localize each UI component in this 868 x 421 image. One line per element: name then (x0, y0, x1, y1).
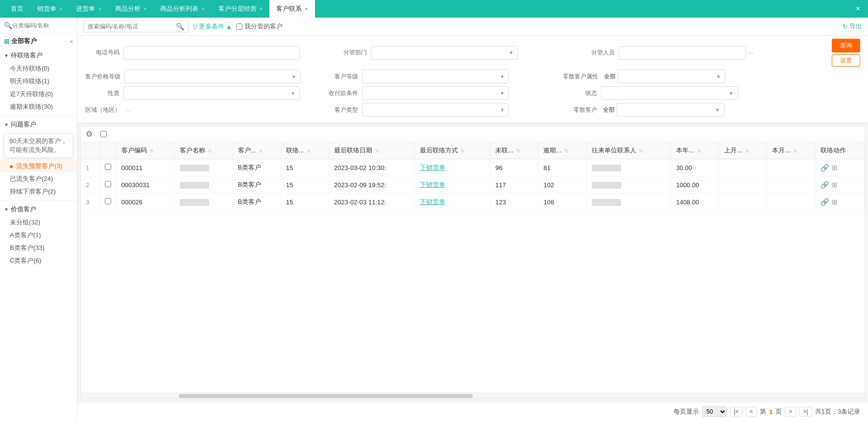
my-customers-checkbox[interactable] (236, 24, 242, 30)
region-dots-button[interactable]: ··· (126, 106, 132, 114)
tab-analysis[interactable]: 商品分析 × (108, 0, 153, 18)
th-code[interactable]: 客户编码 ⇅ (116, 142, 174, 159)
tab-sales[interactable]: 销货单 × (30, 0, 69, 18)
contact-way-link[interactable]: 下销货单 (420, 164, 445, 171)
last-page-button[interactable]: >| (799, 407, 812, 417)
sidebar-divider-2 (0, 200, 77, 200)
th-this-year[interactable]: 本年... ⇅ (671, 142, 719, 159)
more-conditions-button[interactable]: ▽ 更多条件 ▲ (193, 22, 232, 31)
select-all-checkbox[interactable] (100, 131, 107, 137)
action-grid-icon[interactable]: ⊞ (832, 164, 838, 172)
action-grid-icon[interactable]: ⊞ (832, 198, 838, 206)
search-input[interactable] (88, 23, 176, 30)
export-button[interactable]: ↻ 导出 (843, 22, 862, 31)
sidebar-item-declining[interactable]: 持续下滑客户(2) (0, 185, 77, 198)
arrow-down-icon-3: ▼ (4, 207, 9, 212)
sidebar-item-class-c[interactable]: C类客户(6) (0, 254, 77, 267)
scattered-select[interactable]: ▼ (617, 103, 724, 117)
customer-type-select[interactable]: ▼ (362, 103, 509, 117)
next-page-button[interactable]: > (785, 407, 796, 417)
table-gear-button[interactable]: ⚙ (86, 129, 93, 139)
payment-select[interactable]: ▼ (362, 86, 509, 100)
nature-select[interactable]: ▼ (123, 86, 300, 100)
close-window-button[interactable]: × (852, 4, 864, 13)
th-type[interactable]: 客户... ⇅ (233, 142, 281, 159)
sidebar-group-problem[interactable]: ▼ 问题客户 (0, 118, 77, 131)
table-container[interactable]: 客户编码 ⇅ 客户名称 ⇅ 客户... ⇅ (81, 142, 865, 393)
sidebar-item-tomorrow-pending[interactable]: 明天待联络(1) (0, 75, 77, 88)
status-select[interactable]: ▼ (601, 86, 738, 100)
export-icon: ↻ (843, 23, 848, 30)
action-grid-icon[interactable]: ⊞ (832, 181, 838, 189)
prev-page-button[interactable]: < (746, 407, 757, 417)
query-button[interactable]: 查询 (832, 39, 860, 52)
th-overdue[interactable]: 逾期... ⇅ (538, 142, 586, 159)
action-link-icon[interactable]: 🔗 (820, 181, 829, 189)
close-tab-analysis-list[interactable]: × (201, 6, 204, 12)
scrollbar-thumb[interactable] (179, 394, 473, 398)
filter-field-status: 状态 ▼ (563, 86, 801, 100)
close-tab-analysis[interactable]: × (144, 6, 146, 12)
th-unit-contact[interactable]: 往来单位联系人 ⇅ (586, 142, 671, 159)
sidebar-item-ungrouped[interactable]: 未分组(32) (0, 216, 77, 229)
scattered-attr-select[interactable]: ▼ (618, 70, 725, 83)
filter-actions: 查询 设置 (832, 39, 860, 67)
sidebar-group-pending[interactable]: ▼ 待联络客户 (0, 49, 77, 62)
search-wrap: 🔍 (83, 21, 189, 32)
sidebar-root-title[interactable]: ⊞ 全部客户 « (0, 34, 77, 49)
th-last-month[interactable]: 上月... ⇅ (719, 142, 767, 159)
tab-analysis-list[interactable]: 商品分析列表 × (153, 0, 211, 18)
tab-customer-layer[interactable]: 客户分层经营 × (212, 0, 269, 18)
contact-way-link[interactable]: 下销货单 (420, 198, 445, 205)
th-last-contact-date[interactable]: 最后联络日期 ⇅ (329, 142, 414, 159)
sidebar-item-class-b[interactable]: B类客户(33) (0, 242, 77, 254)
action-link-icon[interactable]: 🔗 (820, 198, 829, 206)
sidebar-item-churn-warning[interactable]: 流失预警客户(3) (0, 160, 77, 173)
sidebar-item-overdue-pending[interactable]: 逾期未联络(30) (0, 100, 77, 113)
cell-checkbox[interactable] (99, 176, 116, 194)
tab-purchase[interactable]: 进货单 × (69, 0, 108, 18)
close-tab-customer-layer[interactable]: × (260, 6, 263, 12)
first-page-button[interactable]: |< (730, 407, 743, 417)
phone-input[interactable] (123, 46, 300, 60)
sidebar-item-today-pending[interactable]: 今天待联络(0) (0, 62, 77, 75)
close-tab-sales[interactable]: × (59, 6, 62, 12)
cell-type: B类客户 (233, 194, 281, 211)
sidebar-search-input[interactable] (12, 22, 77, 29)
cell-unit-contact (586, 176, 671, 194)
close-tab-customer-contact[interactable]: × (305, 6, 308, 12)
settings-button[interactable]: 设置 (832, 54, 860, 67)
sidebar-item-already-churn[interactable]: 已流失客户(24) (0, 173, 77, 185)
th-uncontacted[interactable]: 未联... ⇅ (490, 142, 538, 159)
person-dots-button[interactable]: ··· (748, 49, 753, 56)
th-contact[interactable]: 联络... ⇅ (281, 142, 329, 159)
action-link-icon[interactable]: 🔗 (820, 164, 829, 172)
chevron-down-icon-4: ▼ (716, 74, 721, 79)
customer-level-select[interactable]: ▼ (362, 70, 509, 83)
cell-checkbox[interactable] (99, 159, 116, 176)
sidebar-search-wrap: 🔍 (0, 18, 77, 34)
sidebar-item-class-a[interactable]: A类客户(1) (0, 229, 77, 242)
cell-last-contact-way: 下销货单 (414, 159, 490, 176)
horizontal-scrollbar[interactable] (81, 393, 865, 398)
tab-home[interactable]: 首页 (4, 0, 30, 18)
person-input[interactable] (619, 46, 746, 60)
contact-way-link[interactable]: 下销货单 (420, 181, 445, 188)
sidebar-group-value[interactable]: ▼ 价值客户 (0, 202, 77, 216)
row-checkbox[interactable] (105, 164, 111, 170)
row-checkbox[interactable] (105, 198, 111, 204)
search-icon[interactable]: 🔍 (176, 23, 184, 30)
th-last-contact-way[interactable]: 最后联络方式 ⇅ (414, 142, 490, 159)
close-tab-purchase[interactable]: × (98, 6, 101, 12)
row-checkbox[interactable] (105, 181, 111, 187)
sort-icon-name: ⇅ (208, 148, 212, 153)
cell-this-month (767, 159, 815, 176)
price-level-select[interactable]: ▼ (124, 70, 301, 83)
cell-checkbox[interactable] (99, 194, 116, 211)
th-name[interactable]: 客户名称 ⇅ (174, 142, 233, 159)
sidebar-item-week-pending[interactable]: 近7天待联络(0) (0, 88, 77, 100)
th-this-month[interactable]: 本月... ⇅ (767, 142, 815, 159)
dept-select[interactable]: ▼ (371, 46, 518, 60)
page-size-select[interactable]: 50 100 200 (702, 406, 727, 417)
tab-customer-contact[interactable]: 客户联系 × (269, 0, 314, 18)
